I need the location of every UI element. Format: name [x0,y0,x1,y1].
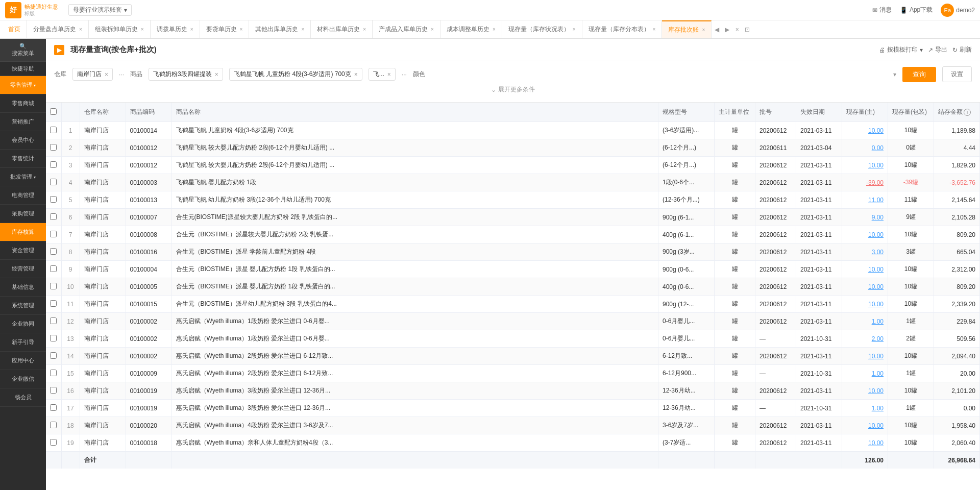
sidebar-item-system[interactable]: 系统管理 [0,297,46,315]
tab-menu[interactable]: ⊡ [742,20,752,39]
row-checkbox[interactable] [50,387,57,394]
row-checkbox[interactable] [50,439,57,446]
row-stock-main[interactable]: 10.00 [842,226,888,243]
row-checkbox[interactable] [50,144,57,151]
row-stock-main[interactable]: 10.00 [842,261,888,278]
tab-cost-adjust[interactable]: 成本调整单历史 × [440,20,502,39]
tab-zuzhangchai[interactable]: 组装拆卸单历史 × [89,20,151,39]
warehouse-more[interactable]: ··· [119,71,124,78]
row-checkbox[interactable] [50,265,57,272]
tab-close-icon[interactable]: × [240,27,243,32]
row-stock-main[interactable]: 10.00 [842,122,888,139]
row-stock-main[interactable]: 10.00 [842,434,888,452]
row-checkbox[interactable] [50,283,57,289]
export-button[interactable]: ↗ 导出 [928,45,947,54]
sidebar-item-basic-info[interactable]: 基础信息 [0,278,46,297]
row-checkbox[interactable] [50,248,57,255]
row-checkbox[interactable] [50,213,57,220]
sidebar-item-newbie[interactable]: 新手引导 [0,333,46,352]
row-stock-main[interactable]: 10.00 [842,417,888,434]
product-tag-3[interactable]: 飞... × [369,68,396,81]
tab-yaohuo[interactable]: 要货单历史 × [200,20,250,39]
refresh-button[interactable]: ↻ 刷新 [952,45,972,54]
sidebar-item-finance[interactable]: 资金管理 [0,241,46,260]
tab-close-icon[interactable]: × [190,27,193,32]
row-checkbox[interactable] [50,404,57,411]
user-avatar[interactable]: Ea demo2 [941,4,975,17]
warehouse-tag-close[interactable]: × [105,71,108,78]
tab-close-icon[interactable]: × [141,27,144,32]
tab-close-icon[interactable]: × [702,27,705,33]
row-checkbox[interactable] [50,196,57,203]
row-checkbox[interactable] [50,352,57,359]
tab-nav-left[interactable]: ◀ [712,20,722,39]
row-checkbox[interactable] [50,161,57,168]
sidebar-item-marketing[interactable]: 营销推广 [0,113,46,131]
product-tag-1[interactable]: 飞鹤奶粉3段四罐提装 × [149,68,223,81]
sidebar-item-app-center[interactable]: 应用中心 [0,352,46,370]
row-stock-main[interactable]: 0.00 [842,139,888,157]
message-button[interactable]: ✉ 消息 [872,6,892,14]
tab-kucun-status[interactable]: 现存量（库存状况表） × [502,20,582,39]
tab-product-in[interactable]: 产成品入库单历史 × [373,20,440,39]
tab-kucun-batch[interactable]: 库存批次账 × [662,20,712,39]
print-button[interactable]: 🖨 按模板打印 ▾ [879,45,923,54]
tab-close-icon[interactable]: × [301,27,304,32]
row-stock-main[interactable]: 1.00 [842,313,888,330]
sidebar-item-inventory[interactable]: 库存核算 [0,223,46,241]
row-checkbox[interactable] [50,370,57,376]
expand-arrow-button[interactable]: ▶ [54,45,64,55]
expand-conditions[interactable]: ⌄ 展开更多条件 [54,82,972,97]
select-all-checkbox[interactable] [50,108,57,115]
sidebar-item-wholesale[interactable]: 批发管理▾ [0,168,46,186]
tab-close-icon[interactable]: × [363,27,366,32]
sidebar-item-ecommerce[interactable]: 电商管理 [0,186,46,205]
sidebar-item-retail-stats[interactable]: 零售统计 [0,150,46,168]
industry-selector[interactable]: 母婴行业演示账套 ▾ [68,4,132,16]
sidebar-item-retail-mgmt[interactable]: 零售管理▾ [0,76,46,94]
sidebar-item-operations[interactable]: 经营管理 [0,260,46,278]
tab-otheroutbound[interactable]: 其他出库单历史 × [249,20,311,39]
row-stock-main[interactable]: 1.00 [842,365,888,382]
row-stock-main[interactable]: 9.00 [842,209,888,226]
row-checkbox[interactable] [50,422,57,428]
sidebar-item-retail-shop[interactable]: 零售商城 [0,94,46,113]
row-stock-main[interactable]: 10.00 [842,296,888,313]
query-button[interactable]: 查询 [902,67,936,82]
row-stock-main[interactable]: 2.00 [842,330,888,348]
settings-button[interactable]: 设置 [942,66,972,82]
row-checkbox[interactable] [50,127,57,133]
row-checkbox[interactable] [50,335,57,341]
row-stock-main[interactable]: 1.00 [842,400,888,417]
row-stock-main[interactable]: 10.00 [842,157,888,174]
tab-close-icon[interactable]: × [79,27,82,32]
sidebar-search[interactable]: 🔍 搜索菜单 [0,39,46,62]
tab-close-icon[interactable]: × [653,27,656,32]
tab-close-all[interactable]: × [732,20,742,39]
row-stock-main[interactable]: 10.00 [842,382,888,400]
tab-material-out[interactable]: 材料出库单历史 × [311,20,373,39]
warehouse-filter-tag[interactable]: 南岸门店 × [72,68,113,81]
row-checkbox[interactable] [50,300,57,307]
product-more[interactable]: ··· [402,71,407,78]
row-checkbox[interactable] [50,179,57,185]
color-chevron-down[interactable]: ▾ [893,71,896,78]
tab-close-icon[interactable]: × [431,27,434,32]
tab-nav-right[interactable]: ▶ [722,20,732,39]
app-download-button[interactable]: 📱 App下载 [900,6,933,14]
tab-tiaobodanls[interactable]: 调拨单历史 × [151,20,200,39]
tab-close-icon[interactable]: × [493,27,496,32]
product-tag-close-3[interactable]: × [387,71,391,78]
tab-kucun-dist[interactable]: 现存量（库存分布表） × [582,20,663,39]
product-tag-close-2[interactable]: × [354,71,358,78]
tab-fenliangpan[interactable]: 分量盘点单历史 × [27,20,89,39]
tab-close-icon[interactable]: × [573,27,576,32]
sidebar-item-wechat[interactable]: 企业微信 [0,370,46,388]
sidebar-item-member2[interactable]: 畅会员 [0,388,46,407]
row-checkbox[interactable] [50,317,57,324]
row-stock-main[interactable]: 3.00 [842,243,888,261]
row-stock-main[interactable]: 10.00 [842,348,888,365]
tab-home[interactable]: 首页 [2,20,27,39]
sidebar-item-purchase[interactable]: 采购管理 [0,205,46,223]
sidebar-quick-nav[interactable]: 快捷导航 [0,62,46,76]
